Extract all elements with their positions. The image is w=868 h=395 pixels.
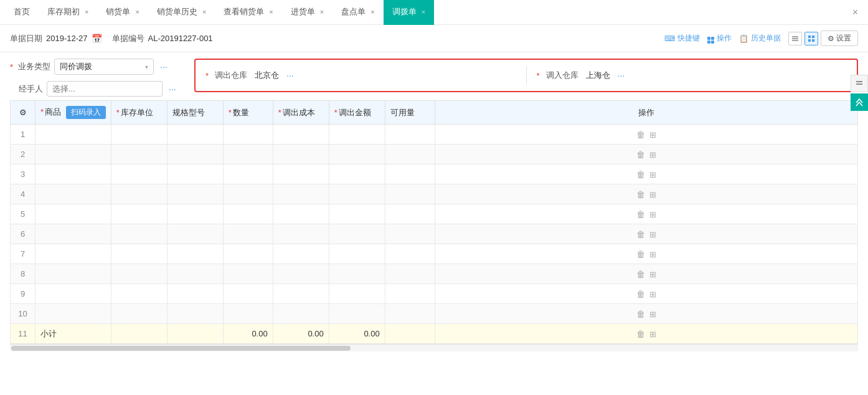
handler-input[interactable]	[47, 81, 163, 97]
col-settings-header[interactable]: ⚙	[11, 101, 35, 125]
unit-cell[interactable]	[111, 264, 167, 284]
copy-row-icon[interactable]: ⊞	[649, 250, 656, 259]
delete-row-icon[interactable]: 🗑	[636, 289, 645, 299]
cost-cell[interactable]	[273, 304, 329, 324]
copy-row-icon[interactable]: ⊞	[649, 210, 656, 219]
delete-row-icon[interactable]: 🗑	[636, 189, 645, 199]
unit-cell[interactable]	[111, 145, 167, 164]
qty-cell[interactable]	[223, 304, 273, 324]
tab-view-sales[interactable]: 查看销货单 ×	[215, 0, 281, 25]
product-cell[interactable]	[35, 125, 111, 145]
delete-row-icon[interactable]: 🗑	[636, 209, 645, 219]
tab-close-inventory-init[interactable]: ×	[85, 8, 88, 16]
delete-row-icon[interactable]: 🗑	[636, 229, 645, 239]
transfer-in-dots[interactable]: ···	[618, 70, 625, 80]
tab-transfer-order[interactable]: 调拨单 ×	[384, 0, 434, 25]
tab-close-purchase-order[interactable]: ×	[320, 8, 324, 16]
unit-cell[interactable]	[111, 184, 167, 204]
amount-cell[interactable]	[329, 284, 385, 304]
unit-cell[interactable]	[111, 204, 167, 224]
product-cell[interactable]	[35, 204, 111, 224]
tab-sales-history[interactable]: 销货单历史 ×	[148, 0, 215, 25]
product-cell[interactable]	[35, 304, 111, 324]
unit-cell[interactable]	[111, 284, 167, 304]
tab-inventory-init[interactable]: 库存期初 ×	[39, 0, 97, 25]
delete-row-icon[interactable]: 🗑	[636, 309, 645, 319]
copy-row-icon[interactable]: ⊞	[649, 170, 656, 179]
unit-cell[interactable]	[111, 304, 167, 324]
product-cell[interactable]	[35, 184, 111, 204]
spec-cell[interactable]	[167, 184, 223, 204]
cost-cell[interactable]	[273, 184, 329, 204]
cost-cell[interactable]	[273, 204, 329, 224]
business-type-dots[interactable]: ···	[160, 62, 167, 72]
tab-close-view-sales[interactable]: ×	[269, 8, 273, 16]
qty-cell[interactable]	[223, 264, 273, 284]
amount-cell[interactable]	[329, 224, 385, 244]
copy-row-icon[interactable]: ⊞	[649, 130, 656, 140]
list-view-button[interactable]	[788, 32, 802, 45]
product-cell[interactable]	[35, 284, 111, 304]
unit-cell[interactable]	[111, 164, 167, 184]
shortcut-button[interactable]: ⌨ 快捷键	[664, 33, 700, 44]
copy-row-icon[interactable]: ⊞	[649, 150, 656, 159]
spec-cell[interactable]	[167, 284, 223, 304]
cost-cell[interactable]	[273, 145, 329, 164]
qty-cell[interactable]	[223, 125, 273, 145]
scrollbar[interactable]	[10, 344, 858, 351]
cost-cell[interactable]	[273, 224, 329, 244]
tab-close-transfer-order[interactable]: ×	[422, 8, 425, 16]
cost-cell[interactable]	[273, 164, 329, 184]
transfer-out-dots[interactable]: ···	[286, 70, 294, 80]
amount-cell[interactable]	[329, 244, 385, 264]
copy-row-icon[interactable]: ⊞	[649, 310, 656, 319]
cost-cell[interactable]	[273, 264, 329, 284]
copy-row-icon[interactable]: ⊞	[649, 290, 656, 299]
spec-cell[interactable]	[167, 204, 223, 224]
setting-button[interactable]: ⚙ 设置	[821, 31, 858, 46]
copy-row-icon[interactable]: ⊞	[649, 230, 656, 239]
handler-dots[interactable]: ···	[169, 84, 176, 94]
calendar-icon[interactable]: 📅	[92, 34, 102, 44]
amount-cell[interactable]	[329, 145, 385, 164]
scan-entry-button[interactable]: 扫码录入	[66, 106, 106, 119]
qty-cell[interactable]	[223, 224, 273, 244]
qty-cell[interactable]	[223, 184, 273, 204]
product-cell[interactable]	[35, 164, 111, 184]
qty-cell[interactable]	[223, 284, 273, 304]
amount-cell[interactable]	[329, 184, 385, 204]
spec-cell[interactable]	[167, 304, 223, 324]
product-cell[interactable]	[35, 264, 111, 284]
delete-row-icon[interactable]: 🗑	[636, 150, 645, 159]
amount-cell[interactable]	[329, 164, 385, 184]
unit-cell[interactable]	[111, 224, 167, 244]
qty-cell[interactable]	[223, 145, 273, 164]
delete-icon[interactable]: 🗑	[636, 329, 645, 339]
side-expand-button[interactable]	[851, 93, 868, 111]
spec-cell[interactable]	[167, 125, 223, 145]
unit-cell[interactable]	[111, 244, 167, 264]
tab-close-sales-order[interactable]: ×	[135, 8, 139, 16]
tab-home[interactable]: 首页	[5, 0, 39, 25]
copy-icon[interactable]: ⊞	[649, 330, 656, 339]
delete-row-icon[interactable]: 🗑	[636, 169, 645, 179]
amount-cell[interactable]	[329, 204, 385, 224]
delete-row-icon[interactable]: 🗑	[636, 249, 645, 259]
spec-cell[interactable]	[167, 264, 223, 284]
tab-sales-order[interactable]: 销货单 ×	[97, 0, 148, 25]
unit-cell[interactable]	[111, 125, 167, 145]
business-type-select[interactable]: 同价调拨 ▾	[54, 59, 154, 75]
amount-cell[interactable]	[329, 264, 385, 284]
qty-cell[interactable]	[223, 244, 273, 264]
product-cell[interactable]	[35, 145, 111, 164]
cost-cell[interactable]	[273, 284, 329, 304]
cost-cell[interactable]	[273, 125, 329, 145]
qty-cell[interactable]	[223, 204, 273, 224]
product-cell[interactable]	[35, 244, 111, 264]
cost-cell[interactable]	[273, 244, 329, 264]
tab-close-sales-history[interactable]: ×	[202, 8, 206, 16]
tab-purchase-order[interactable]: 进货单 ×	[282, 0, 333, 25]
history-button[interactable]: 📋 历史单据	[739, 33, 781, 44]
tab-inventory-check[interactable]: 盘点单 ×	[333, 0, 383, 25]
amount-cell[interactable]	[329, 304, 385, 324]
